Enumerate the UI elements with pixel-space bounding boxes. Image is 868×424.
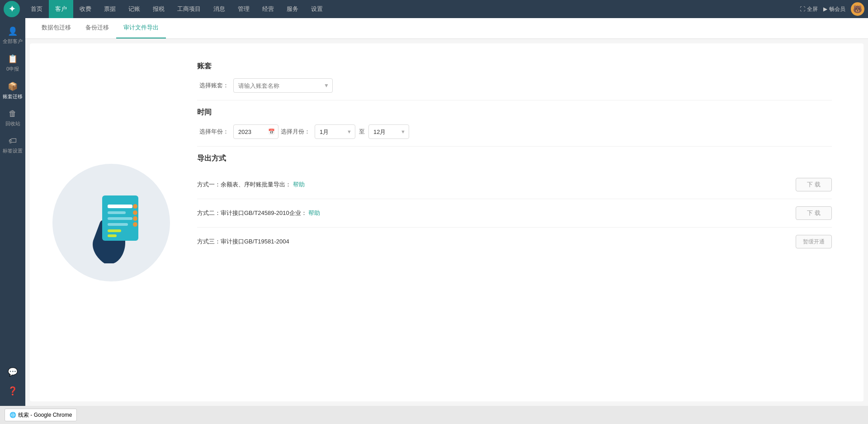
- member-label: 畅会员: [829, 5, 845, 13]
- start-month-select[interactable]: 1月2月3月 4月5月6月 7月8月9月 10月11月12月: [315, 124, 355, 139]
- start-month-wrap: 1月2月3月 4月5月6月 7月8月9月 10月11月12月 ▼: [315, 124, 355, 139]
- nav-operation[interactable]: 经营: [256, 0, 280, 18]
- svg-point-7: [133, 216, 137, 221]
- tab-data-migrate[interactable]: 数据包迁移: [34, 18, 78, 38]
- year-label: 选择年份：: [197, 128, 233, 136]
- taskbar: 🌐 线索 - Google Chrome: [0, 406, 868, 424]
- method2-help-link[interactable]: 帮助: [308, 210, 320, 216]
- sidebar-item-help[interactable]: ❓: [0, 381, 25, 400]
- svg-point-8: [133, 222, 137, 227]
- svg-point-5: [133, 204, 137, 209]
- time-row: 选择年份： 📅 选择月份： 1月2月3月 4月5月6月 7月8月9月 10月11…: [197, 124, 832, 139]
- taskbar-chrome-item[interactable]: 🌐 线索 - Google Chrome: [5, 409, 77, 421]
- method1-help-link[interactable]: 帮助: [293, 181, 305, 188]
- svg-rect-2: [108, 211, 126, 214]
- end-month-wrap: 1月2月3月 4月5月6月 7月8月9月 10月11月12月 ▼: [368, 124, 409, 139]
- account-section-title: 账套: [197, 62, 832, 71]
- year-input[interactable]: [233, 124, 278, 139]
- sidebar: 👤 全部客户 📋 0申报 📦 账套迁移 🗑 回收站 🏷 标签设置 💬 ❓: [0, 18, 25, 406]
- help-icon: ❓: [8, 386, 18, 396]
- sidebar-migrate-label: 账套迁移: [3, 93, 23, 100]
- sidebar-item-tags[interactable]: 🏷 标签设置: [0, 132, 25, 159]
- main-content: 账套 选择账套： ▼ 时间 选择年份： 📅: [30, 43, 863, 401]
- tabs-bar: 数据包迁移 备份迁移 审计文件导出: [25, 18, 868, 39]
- nav-message[interactable]: 消息: [207, 0, 231, 18]
- nav-fee[interactable]: 收费: [73, 0, 98, 18]
- tags-icon: 🏷: [9, 136, 17, 146]
- year-input-wrap: 📅: [233, 124, 278, 139]
- customers-icon: 👤: [8, 26, 18, 36]
- sidebar-bottom: 💬 ❓: [0, 362, 25, 406]
- sidebar-tags-label: 标签设置: [3, 148, 23, 154]
- export-method-2: 方式二：审计接口GB/T24589-2010企业： 帮助 下 载: [197, 199, 832, 228]
- account-row: 选择账套： ▼: [197, 78, 832, 93]
- method3-text: 方式三：审计接口GB/T19581-2004: [197, 238, 796, 246]
- sidebar-item-migrate[interactable]: 📦 账套迁移: [0, 77, 25, 105]
- circle-bg: [52, 164, 170, 281]
- export-method-3: 方式三：审计接口GB/T19581-2004 暂缓开通: [197, 228, 832, 256]
- svg-rect-9: [108, 229, 121, 232]
- nav-invoice[interactable]: 票据: [98, 0, 122, 18]
- svg-rect-10: [108, 234, 117, 237]
- nav-tax[interactable]: 报税: [146, 0, 171, 18]
- sidebar-recycle-label: 回收站: [5, 120, 20, 127]
- svg-rect-3: [108, 217, 132, 220]
- main-layout: 👤 全部客户 📋 0申报 📦 账套迁移 🗑 回收站 🏷 标签设置 💬 ❓: [0, 18, 868, 406]
- recycle-icon: 🗑: [9, 109, 17, 119]
- nav-right: ⛶ 全屏 ▶ 畅会员 🐻: [800, 2, 864, 16]
- fullscreen-icon: ⛶: [800, 6, 805, 12]
- nav-settings[interactable]: 设置: [305, 0, 329, 18]
- sidebar-item-customers[interactable]: 👤 全部客户: [0, 22, 25, 49]
- to-text: 至: [359, 128, 365, 136]
- illustration-svg: [71, 182, 152, 263]
- method2-text: 方式二：审计接口GB/T24589-2010企业： 帮助: [197, 209, 796, 217]
- migrate-icon: 📦: [8, 81, 18, 91]
- nav-business[interactable]: 工商项目: [171, 0, 207, 18]
- avatar[interactable]: 🐻: [851, 2, 864, 16]
- nav-service[interactable]: 服务: [280, 0, 305, 18]
- member-button[interactable]: ▶ 畅会员: [823, 5, 845, 13]
- sidebar-customers-label: 全部客户: [3, 38, 23, 45]
- nav-customer[interactable]: 客户: [49, 0, 73, 18]
- end-month-select[interactable]: 1月2月3月 4月5月6月 7月8月9月 10月11月12月: [368, 124, 409, 139]
- logo: ✦: [4, 1, 20, 17]
- taskbar-item-label: 线索 - Google Chrome: [18, 411, 72, 419]
- nav-manage[interactable]: 管理: [231, 0, 256, 18]
- separator-2: [197, 146, 832, 147]
- nav-home[interactable]: 首页: [24, 0, 49, 18]
- content-area: 数据包迁移 备份迁移 审计文件导出: [25, 18, 868, 406]
- method3-soon-button: 暂缓开通: [796, 235, 832, 248]
- time-section-title: 时间: [197, 108, 832, 117]
- svg-rect-4: [108, 223, 128, 226]
- nav-items: 首页 客户 收费 票据 记账 报税 工商项目 消息 管理 经营 服务 设置: [24, 0, 800, 18]
- separator-1: [197, 100, 832, 100]
- tab-audit-export[interactable]: 审计文件导出: [116, 18, 166, 38]
- fullscreen-label: 全屏: [807, 5, 818, 13]
- svg-rect-1: [108, 205, 132, 208]
- fullscreen-button[interactable]: ⛶ 全屏: [800, 5, 818, 13]
- sidebar-item-recycle[interactable]: 🗑 回收站: [0, 105, 25, 132]
- nav-accounting[interactable]: 记账: [122, 0, 146, 18]
- chat-icon: 💬: [8, 367, 18, 377]
- member-icon: ▶: [823, 6, 827, 12]
- method2-download-button[interactable]: 下 载: [796, 206, 832, 220]
- tab-backup-migrate[interactable]: 备份迁移: [78, 18, 116, 38]
- illustration-area: [43, 57, 179, 388]
- method1-text: 方式一：余额表、序时账批量导出： 帮助: [197, 181, 796, 189]
- form-area: 账套 选择账套： ▼ 时间 选择年份： 📅: [179, 57, 850, 388]
- chrome-icon: 🌐: [9, 412, 16, 418]
- export-section-title: 导出方式: [197, 154, 832, 163]
- svg-point-6: [133, 210, 137, 215]
- sidebar-item-chat[interactable]: 💬: [0, 362, 25, 381]
- top-nav: ✦ 首页 客户 收费 票据 记账 报税 工商项目 消息 管理 经营 服务 设置 …: [0, 0, 868, 18]
- month-label: 选择月份：: [278, 128, 315, 136]
- account-label: 选择账套：: [197, 81, 233, 90]
- export-method-1: 方式一：余额表、序时账批量导出： 帮助 下 载: [197, 171, 832, 199]
- account-input[interactable]: [233, 78, 333, 93]
- account-input-wrap: ▼: [233, 78, 333, 93]
- method1-download-button[interactable]: 下 载: [796, 178, 832, 191]
- declare-icon: 📋: [8, 54, 18, 64]
- sidebar-item-declare[interactable]: 📋 0申报: [0, 49, 25, 77]
- sidebar-declare-label: 0申报: [6, 66, 19, 72]
